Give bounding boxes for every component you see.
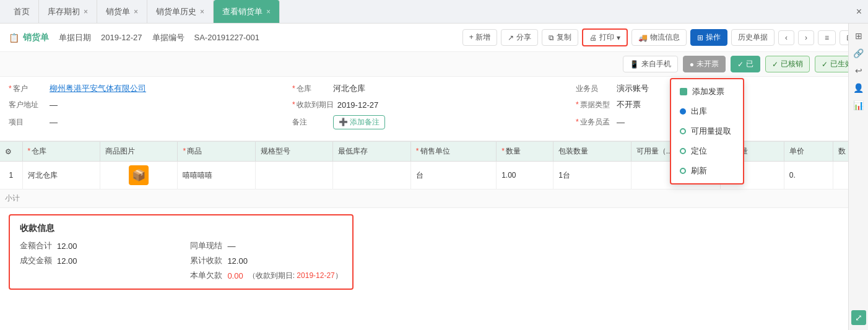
refresh-label: 刷新 [691, 165, 707, 176]
due-date-value: 2019-12-27 [337, 100, 379, 110]
sold-icon: ✓ [772, 60, 778, 69]
dropdown-locate[interactable]: 定位 [671, 141, 743, 161]
history-button[interactable]: 历史单据 [731, 29, 775, 46]
print-button[interactable]: 🖨 打印 ▾ [582, 28, 628, 46]
tab-view-sales-close[interactable]: × [266, 7, 271, 16]
side-btn-5[interactable]: 📊 [851, 98, 866, 113]
ticket-icon: ● [690, 60, 694, 69]
date-value: 2019-12-27 [101, 33, 142, 42]
side-panel: ⊞ 🔗 ↩ 👤 📊 ⤢ [848, 24, 868, 330]
th-spec: 规格型号 [255, 142, 332, 162]
next-button[interactable]: › [798, 30, 814, 45]
cumulative-field: 累计收款 12.00 [190, 255, 342, 266]
not-open-button[interactable]: ● 未开票 [683, 56, 726, 72]
from-mobile-button[interactable]: 📱 来自手机 [623, 56, 678, 72]
ops-button[interactable]: ⊞ 操作 [690, 29, 727, 46]
side-btn-4[interactable]: 👤 [851, 80, 866, 95]
doc-title: 📋 销货单 [9, 32, 49, 43]
th-settings[interactable]: ⚙ [0, 142, 22, 162]
outbound-label: 出库 [691, 106, 707, 117]
tab-home[interactable]: 首页 [5, 0, 39, 23]
same-order-field: 同单现结 — [190, 240, 342, 251]
td-image: 📦 [100, 162, 177, 189]
td-min-stock [333, 162, 410, 189]
share-button[interactable]: ↗ 分享 [501, 29, 538, 46]
bottom-section: 收款信息 金额合计 12.00 同单现结 — 成交金额 12.00 [0, 208, 868, 296]
note-label: 备注 [292, 117, 329, 128]
tab-sales-history-close[interactable]: × [200, 7, 204, 16]
td-unit-price: 0. [784, 162, 833, 189]
total-amount-field: 金额合计 12.00 [20, 240, 171, 251]
print-icon: 🖨 [589, 33, 597, 42]
no-value: SA-20191227-001 [194, 33, 260, 42]
print-dropdown-icon: ▾ [617, 33, 620, 42]
transaction-value: 12.00 [57, 256, 77, 266]
confirm-button[interactable]: ✓ 已 [731, 56, 760, 72]
due-value: 0.00 [227, 271, 243, 280]
ticket-type-value: 不开票 [617, 99, 641, 110]
customer-field: 客户 柳州粤港平安气体有限公司 [9, 83, 292, 94]
th-warehouse: 仓库 [22, 142, 100, 162]
dropdown-outbound[interactable]: 出库 [671, 102, 743, 121]
transaction-label: 成交金额 [20, 255, 52, 266]
view-grid-button[interactable]: ≡ [818, 30, 836, 45]
th-unit-price: 单价 [784, 142, 833, 162]
dropdown-refresh[interactable]: 刷新 [671, 161, 743, 181]
tab-inventory[interactable]: 库存期初 × [39, 0, 97, 23]
copy-icon: ⧉ [549, 33, 554, 42]
transaction-field: 成交金额 12.00 [20, 255, 171, 266]
add-invoice-icon [680, 88, 687, 95]
staff-label: 业务员 [576, 84, 613, 94]
add-invoice-label: 添加发票 [692, 86, 724, 97]
warehouse-label: 仓库 [292, 84, 329, 94]
cumulative-label: 累计收款 [190, 255, 222, 266]
tab-view-sales[interactable]: 查看销货单 × [214, 0, 280, 23]
side-btn-expand[interactable]: ⤢ [851, 310, 866, 325]
doc-meta: 单据日期 2019-12-27 单据编号 SA-20191227-001 [59, 32, 259, 43]
td-seq: 1 [0, 162, 22, 189]
dropdown-available-qty[interactable]: 可用量提取 [671, 121, 743, 141]
th-product: 商品 [178, 142, 255, 162]
project-value: — [50, 118, 58, 127]
staff2-value: — [617, 118, 625, 127]
action-bar: 📱 来自手机 ● 未开票 ✓ 已 ✓ 已核销 ✓ 已生效 [0, 52, 868, 77]
side-btn-3[interactable]: ↩ [851, 63, 866, 78]
locate-icon [680, 148, 686, 154]
add-note-button[interactable]: ➕ 添加备注 [333, 115, 385, 129]
check-icon: ✓ [737, 60, 744, 69]
dropdown-menu: 添加发票 出库 可用量提取 定位 刷新 [670, 78, 744, 185]
due-date-label: 收款到期日 [292, 100, 334, 110]
side-btn-1[interactable]: ⊞ [851, 28, 866, 43]
tab-sales[interactable]: 销货单 × [97, 0, 147, 23]
payment-title: 收款信息 [20, 223, 342, 234]
new-button[interactable]: + 新增 [462, 29, 497, 46]
prev-button[interactable]: ‹ [778, 30, 794, 45]
copy-button[interactable]: ⧉ 复制 [542, 29, 578, 46]
td-pack-qty: 1台 [553, 162, 631, 189]
due-field: 本单欠款 0.00 （收款到期日: 2019-12-27） [190, 270, 342, 281]
tab-sales-history[interactable]: 销货单历史 × [147, 0, 214, 23]
dropdown-add-invoice[interactable]: 添加发票 [671, 82, 743, 102]
td-qty: 1.00 [497, 162, 553, 189]
tab-inventory-close[interactable]: × [84, 7, 88, 16]
locate-label: 定位 [691, 145, 707, 157]
customer-value[interactable]: 柳州粤港平安气体有限公司 [50, 83, 146, 94]
share-icon: ↗ [508, 33, 514, 42]
sold-button[interactable]: ✓ 已核销 [765, 56, 810, 72]
tab-sales-close[interactable]: × [134, 7, 138, 16]
logistics-button[interactable]: 🚚 物流信息 [631, 29, 687, 46]
td-unit: 台 [410, 162, 496, 189]
total-amount-label: 金额合计 [20, 240, 52, 251]
cumulative-value: 12.00 [227, 256, 248, 266]
window-close-button[interactable]: × [856, 6, 862, 17]
logistics-icon: 🚚 [638, 33, 648, 42]
side-btn-2[interactable]: 🔗 [851, 46, 866, 61]
th-image: 商品图片 [100, 142, 177, 162]
th-unit: 销售单位 [410, 142, 496, 162]
effective-icon: ✓ [822, 60, 828, 69]
td-warehouse: 河北仓库 [22, 162, 100, 189]
td-product: 嘻嘻嘻嘻 [178, 162, 255, 189]
same-order-value: — [227, 241, 235, 251]
due-date-field: 收款到期日 2019-12-27 [292, 100, 576, 110]
warehouse-value: 河北仓库 [333, 83, 365, 94]
